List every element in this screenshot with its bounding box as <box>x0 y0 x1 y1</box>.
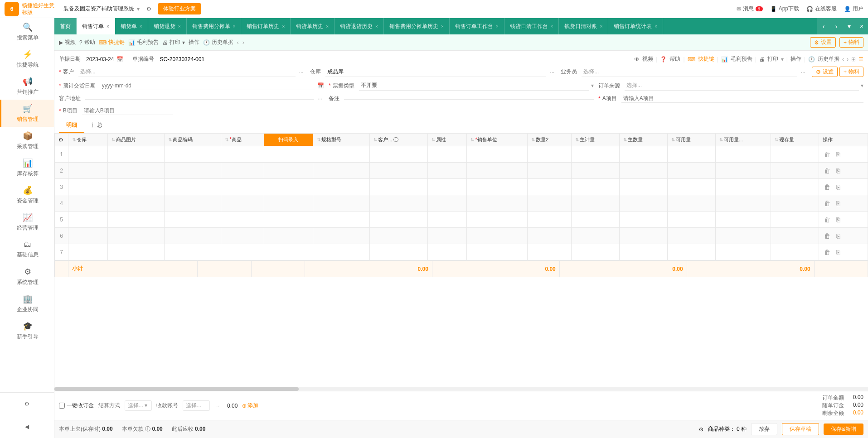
row-customer-code[interactable] <box>370 179 428 195</box>
customer-address-input[interactable] <box>85 97 314 100</box>
row-warehouse[interactable] <box>68 195 108 212</box>
row-product[interactable] <box>221 228 264 244</box>
row-attribute[interactable] <box>427 179 467 195</box>
row-product-code[interactable] <box>164 146 221 163</box>
copy-icon[interactable]: ⎘ <box>834 183 843 192</box>
calendar-icon[interactable]: 📅 <box>116 56 123 63</box>
quick-order-checkbox[interactable]: 一键收订金 <box>59 402 94 409</box>
warehouse-more-icon[interactable]: ··· <box>548 69 556 75</box>
delete-icon[interactable]: 🗑 <box>823 199 832 208</box>
row-spec[interactable] <box>313 244 369 260</box>
quick-order-check[interactable] <box>59 403 65 409</box>
tab-detail[interactable]: 明细 <box>59 119 84 133</box>
copy-icon[interactable]: ⎘ <box>834 215 843 224</box>
tab-close-expense-split[interactable]: × <box>233 24 236 29</box>
tab-cash-reconcile[interactable]: 钱货日清对账 × <box>559 18 608 34</box>
row-main-unit[interactable] <box>572 179 620 195</box>
delete-icon[interactable]: 🗑 <box>823 166 832 175</box>
tab-invoice-history[interactable]: 销货单历史 × <box>291 18 335 34</box>
help-button[interactable]: ? 帮助 <box>79 39 95 46</box>
tab-sales-return[interactable]: 销货退货 × <box>148 18 187 34</box>
tab-prev-button[interactable]: ‹ <box>817 18 830 34</box>
row-customer-code[interactable] <box>370 212 428 228</box>
row-customer-code[interactable] <box>370 163 428 179</box>
row-customer-code[interactable] <box>370 244 428 260</box>
row-product[interactable] <box>221 244 264 260</box>
row-main-unit[interactable] <box>572 244 620 260</box>
copy-icon[interactable]: ⎘ <box>834 248 843 257</box>
tab-close-sales-invoice[interactable]: × <box>140 24 142 29</box>
row-main-qty[interactable] <box>620 244 668 260</box>
tab-more-button[interactable]: ▾ <box>843 18 855 34</box>
row-sales-unit[interactable] <box>467 146 528 163</box>
settings-icon[interactable]: ⚙ <box>144 5 153 14</box>
tab-cash-workbench[interactable]: 钱货日清工作台 × <box>504 18 559 34</box>
invoice-type-select[interactable]: 不开票 <box>359 81 589 91</box>
tab-return-history[interactable]: 销货退货历史 × <box>335 18 384 34</box>
row-qty2[interactable] <box>527 146 571 163</box>
sidebar-item-inventory[interactable]: 📊 库存核算 <box>0 154 54 181</box>
delete-icon[interactable]: 🗑 <box>823 215 832 224</box>
order-source-input[interactable]: 选择... <box>625 81 859 91</box>
setting-btn-2[interactable]: ⚙ 设置 <box>812 67 838 77</box>
remark-input[interactable] <box>344 97 594 100</box>
row-product-code[interactable] <box>164 212 221 228</box>
row-main-qty[interactable] <box>620 212 668 228</box>
row-attribute[interactable] <box>427 244 467 260</box>
salesperson-input[interactable]: 选择... <box>582 67 797 77</box>
list-icon[interactable]: ☰ <box>858 56 863 63</box>
help-icon-2[interactable]: ❓ <box>660 56 667 63</box>
calendar-icon-2[interactable]: 📅 <box>317 82 324 89</box>
bank-account-select[interactable]: 选择... <box>183 400 210 411</box>
profit-button[interactable]: 📊 毛利预告 <box>128 39 159 46</box>
row-main-qty[interactable] <box>620 163 668 179</box>
row-qty2[interactable] <box>527 179 571 195</box>
row-sales-unit[interactable] <box>467 212 528 228</box>
tab-expense-history[interactable]: 销售费用分摊单历史 × <box>384 18 450 34</box>
dropdown-icon[interactable]: ▾ <box>591 82 594 89</box>
operate-button[interactable]: 操作 <box>189 39 199 46</box>
customer-input[interactable]: 选择... <box>78 67 296 77</box>
row-qty2[interactable] <box>527 163 571 179</box>
row-main-qty[interactable] <box>620 179 668 195</box>
row-customer-code[interactable] <box>370 228 428 244</box>
eye-icon[interactable]: 👁 <box>634 56 640 63</box>
app-download-button[interactable]: 📱 App下载 <box>770 5 799 13</box>
row-main-qty[interactable] <box>620 228 668 244</box>
copy-icon[interactable]: ⎘ <box>834 150 843 159</box>
delete-icon[interactable]: 🗑 <box>823 231 832 241</box>
row-spec[interactable] <box>313 163 369 179</box>
tab-close-order-workbench[interactable]: × <box>496 24 499 29</box>
tab-expense-split[interactable]: 销售费用分摊单 × <box>187 18 242 34</box>
tab-sales-order[interactable]: 销售订单 × <box>77 18 115 34</box>
row-warehouse[interactable] <box>68 146 108 163</box>
nav-next-icon[interactable]: › <box>847 56 849 63</box>
row-product-code[interactable] <box>164 228 221 244</box>
copy-icon[interactable]: ⎘ <box>834 166 843 175</box>
tab-order-history[interactable]: 销售订单历史 × <box>241 18 291 34</box>
tab-sales-summary[interactable]: 销售订单统计表 × <box>608 18 663 34</box>
tab-close-cash-workbench[interactable]: × <box>551 24 553 29</box>
dropdown-icon-2[interactable]: ▾ <box>861 82 863 89</box>
delete-icon[interactable]: 🗑 <box>823 183 832 192</box>
row-spec[interactable] <box>313 228 369 244</box>
delete-icon[interactable]: 🗑 <box>823 150 832 159</box>
row-product[interactable] <box>221 179 264 195</box>
row-product[interactable] <box>221 163 264 179</box>
copy-icon[interactable]: ⎘ <box>834 231 843 241</box>
delivery-date-input[interactable] <box>100 82 315 90</box>
sidebar-item-search[interactable]: 🔍 搜索菜单 <box>0 18 54 45</box>
save-new-button[interactable]: 保存&新增 <box>824 424 863 435</box>
warehouse-value[interactable]: 成品库 <box>325 67 547 77</box>
row-sales-unit[interactable] <box>467 179 528 195</box>
online-service-button[interactable]: 🎧 在线客服 <box>806 5 837 13</box>
sidebar-item-guide[interactable]: 🎓 新手引导 <box>0 317 54 344</box>
sidebar-item-finance[interactable]: 💰 资金管理 <box>0 181 54 208</box>
customer-more-icon[interactable]: ··· <box>297 69 305 75</box>
row-product-code[interactable] <box>164 244 221 260</box>
row-warehouse[interactable] <box>68 228 108 244</box>
tab-order-workbench[interactable]: 销售订单工作台 × <box>450 18 504 34</box>
add-field-btn-2[interactable]: + 物料 <box>839 67 863 77</box>
discard-button[interactable]: 放弃 <box>751 423 777 435</box>
sidebar-item-purchase[interactable]: 📦 采购管理 <box>0 127 54 154</box>
